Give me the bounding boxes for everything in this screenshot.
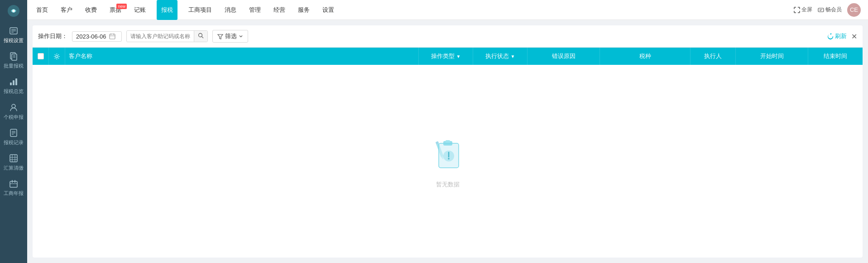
avatar[interactable]: CE — [847, 3, 861, 17]
sidebar-item-huisuan-label: 汇算清缴 — [4, 165, 24, 171]
empty-illustration — [430, 134, 466, 175]
svg-point-13 — [12, 104, 15, 108]
th-gear[interactable] — [49, 48, 65, 65]
table-header: 客户名称 操作类型 ▼ 执行状态 ▼ 错误原因 税种 执行人 — [33, 48, 863, 65]
member-button[interactable]: 畅会员 — [818, 6, 842, 14]
nav-xiaoxi[interactable]: 消息 — [223, 0, 238, 20]
baoshui-zonlan-icon — [7, 76, 20, 87]
top-nav-right: 全屏 畅会员 CE — [794, 3, 861, 17]
sidebar-item-huisuan[interactable]: 汇算清缴 — [0, 149, 27, 175]
th-start-time: 开始时间 — [736, 48, 808, 65]
svg-rect-18 — [10, 155, 17, 162]
geshui-icon — [7, 102, 20, 113]
new-badge: new — [116, 4, 127, 10]
search-input[interactable] — [127, 31, 194, 41]
header-checkbox[interactable] — [38, 53, 44, 59]
nav-customer[interactable]: 客户 — [59, 0, 74, 20]
table-container: 操作日期： 2023-06-06 — [33, 25, 863, 258]
th-op-type[interactable]: 操作类型 ▼ — [419, 48, 473, 65]
toolbar: 操作日期： 2023-06-06 — [33, 25, 863, 48]
sidebar-item-baoshui-zonlan[interactable]: 报税总览 — [0, 73, 27, 98]
sidebar-item-baoshui-shezhi-label: 报税设置 — [4, 38, 24, 44]
svg-point-1 — [12, 10, 15, 12]
svg-line-33 — [202, 37, 204, 39]
sidebar: 报税设置 批量报税 报税总览 个税 — [0, 0, 27, 263]
filter-button[interactable]: 筛选 — [212, 30, 248, 43]
svg-point-44 — [448, 158, 450, 160]
huisuan-icon — [7, 153, 20, 164]
gongshang-nianbao-icon — [7, 178, 20, 189]
svg-rect-12 — [15, 78, 17, 85]
toolbar-right: 刷新 ✕ — [827, 32, 857, 41]
nav-piao[interactable]: 票据 new — [108, 0, 123, 20]
th-customer: 客户名称 — [65, 48, 419, 65]
th-error-reason: 错误原因 — [528, 48, 600, 65]
th-end-time: 结束时间 — [808, 48, 863, 65]
th-exec-status[interactable]: 执行状态 ▼ — [473, 48, 528, 65]
sidebar-logo — [0, 0, 27, 22]
nav-shezhi[interactable]: 设置 — [321, 0, 336, 20]
fullscreen-button[interactable]: 全屏 — [794, 6, 812, 14]
th-executor: 执行人 — [691, 48, 736, 65]
sort-exec-status-icon: ▼ — [511, 54, 515, 59]
baoshui-jilu-icon — [7, 127, 20, 138]
refresh-button[interactable]: 刷新 — [827, 32, 847, 40]
sidebar-item-piliang-baoshui[interactable]: 批量报税 — [0, 47, 27, 73]
nav-gongshang[interactable]: 工商项目 — [187, 0, 214, 20]
th-checkbox[interactable] — [33, 48, 49, 65]
main-area: 首页 客户 收费 票据 new 记账 报税 工商项目 消息 管理 经营 服务 设… — [27, 0, 868, 263]
svg-rect-23 — [10, 181, 17, 187]
nav-baoshui[interactable]: 报税 — [157, 0, 177, 20]
sidebar-item-piliang-label: 批量报税 — [4, 63, 24, 69]
sidebar-item-baoshui-shezhi[interactable]: 报税设置 — [0, 22, 27, 47]
sidebar-item-geshui-label: 个税申报 — [4, 114, 24, 120]
nav-jiz[interactable]: 记账 — [132, 0, 148, 20]
svg-point-34 — [56, 55, 58, 58]
nav-fuwu[interactable]: 服务 — [296, 0, 312, 20]
search-button[interactable] — [194, 31, 207, 42]
empty-state: 暂无数据 — [430, 134, 466, 189]
sort-op-type-icon: ▼ — [456, 54, 461, 59]
piliang-baoshui-icon — [7, 51, 20, 62]
th-tax-type: 税种 — [600, 48, 691, 65]
sidebar-item-baoshui-jilu[interactable]: 报税记录 — [0, 124, 27, 149]
sidebar-item-gongshang-label: 工商年报 — [4, 190, 24, 196]
top-nav: 首页 客户 收费 票据 new 记账 报税 工商项目 消息 管理 经营 服务 设… — [27, 0, 868, 20]
sidebar-item-jilu-label: 报税记录 — [4, 140, 24, 146]
date-picker[interactable]: 2023-06-06 — [72, 31, 122, 42]
svg-rect-41 — [446, 140, 450, 143]
sidebar-item-gongshang-nianbao[interactable]: 工商年报 — [0, 175, 27, 200]
svg-rect-11 — [13, 80, 14, 85]
search-box — [126, 30, 208, 42]
baoshui-shezhi-icon — [7, 25, 20, 36]
svg-rect-28 — [110, 34, 115, 39]
svg-point-32 — [199, 34, 202, 37]
date-label: 操作日期： — [38, 32, 67, 40]
nav-home[interactable]: 首页 — [34, 0, 50, 20]
close-button[interactable]: ✕ — [851, 32, 857, 41]
sidebar-item-zonlan-label: 报税总览 — [4, 88, 24, 94]
nav-jingyin[interactable]: 经营 — [272, 0, 287, 20]
nav-guanli[interactable]: 管理 — [247, 0, 263, 20]
svg-rect-27 — [818, 8, 824, 12]
table-body: 暂无数据 — [33, 65, 863, 258]
sidebar-item-geshui[interactable]: 个税申报 — [0, 98, 27, 124]
svg-rect-10 — [10, 83, 12, 85]
nav-shoufei[interactable]: 收费 — [83, 0, 99, 20]
content-area: 操作日期： 2023-06-06 — [27, 20, 868, 263]
empty-text: 暂无数据 — [436, 180, 460, 189]
